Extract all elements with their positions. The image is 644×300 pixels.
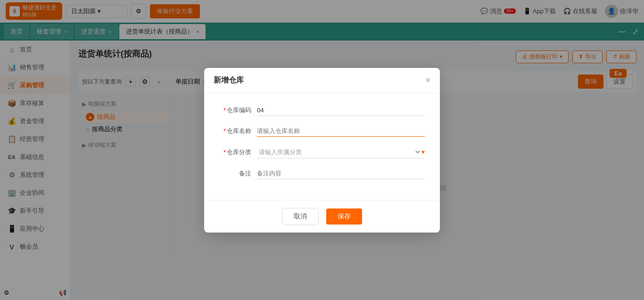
- form-row-code: 仓库编码: [219, 105, 425, 116]
- dialog-close-button[interactable]: ×: [425, 75, 430, 85]
- dialog-body: 仓库编码 仓库名称 仓库分类 请输入所属分类 ▾ 备注: [204, 93, 440, 200]
- form-row-category: 仓库分类 请输入所属分类 ▾: [219, 146, 425, 158]
- modal-overlay: 新增仓库 × 仓库编码 仓库名称 仓库分类 请输入所属分类: [0, 0, 644, 300]
- dialog-header: 新增仓库 ×: [204, 68, 440, 93]
- form-row-name: 仓库名称: [219, 125, 425, 137]
- warehouse-name-input[interactable]: [257, 125, 425, 137]
- save-button[interactable]: 保存: [326, 208, 362, 225]
- cancel-button[interactable]: 取消: [282, 208, 319, 225]
- note-label: 备注: [219, 169, 257, 178]
- add-warehouse-dialog: 新增仓库 × 仓库编码 仓库名称 仓库分类 请输入所属分类: [204, 68, 440, 233]
- warehouse-category-select[interactable]: 请输入所属分类: [257, 146, 421, 158]
- dialog-footer: 取消 保存: [204, 200, 440, 233]
- warehouse-name-label: 仓库名称: [219, 127, 257, 135]
- warehouse-category-label: 仓库分类: [219, 148, 257, 157]
- warehouse-code-input[interactable]: [257, 105, 425, 116]
- warehouse-category-select-wrap: 请输入所属分类 ▾: [257, 146, 425, 158]
- category-chevron-icon: ▾: [421, 148, 425, 156]
- warehouse-code-label: 仓库编码: [219, 106, 257, 115]
- form-row-note: 备注: [219, 168, 425, 179]
- note-input[interactable]: [257, 168, 425, 179]
- dialog-title: 新增仓库: [214, 75, 244, 85]
